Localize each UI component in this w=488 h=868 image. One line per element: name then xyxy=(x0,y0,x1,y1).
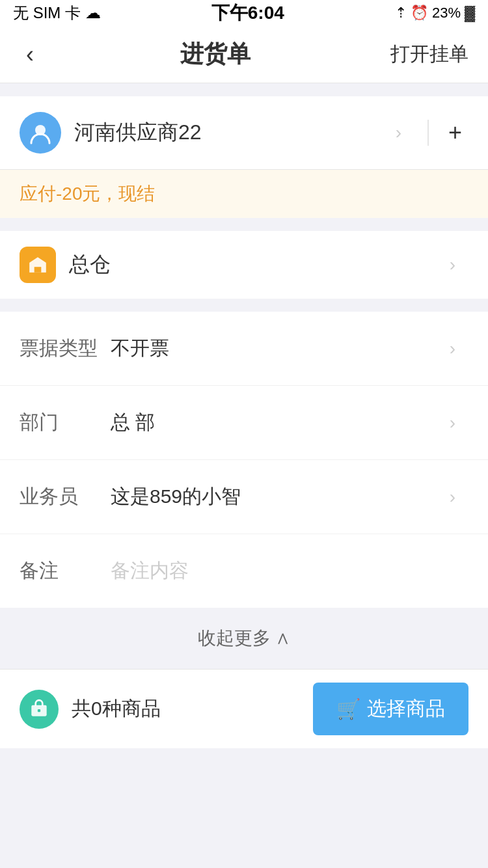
select-product-label: 选择商品 xyxy=(367,696,445,722)
nav-bar: ‹ 进货单 打开挂单 xyxy=(0,26,488,83)
supplier-card: 河南供应商22 › + 应付-20元，现结 xyxy=(0,96,488,218)
status-bar: 无 SIM 卡 ☁ 下午6:04 ⇡ ⏰ 23% ▓ xyxy=(0,0,488,26)
remark-row[interactable]: 备注 备注内容 xyxy=(0,534,488,608)
alarm-icon: ⏰ xyxy=(411,5,428,21)
supplier-divider xyxy=(427,120,429,146)
warehouse-chevron-icon: › xyxy=(450,254,455,275)
warehouse-row[interactable]: 总仓 › xyxy=(0,231,488,299)
product-icon xyxy=(20,690,59,729)
salesman-label: 业务员 xyxy=(20,483,111,510)
department-value: 总 部 xyxy=(111,409,450,436)
svg-rect-3 xyxy=(38,709,40,712)
supplier-avatar xyxy=(20,112,61,154)
product-count: 共0种商品 xyxy=(72,696,313,722)
supplier-chevron-icon: › xyxy=(396,122,401,143)
supplier-name: 河南供应商22 xyxy=(74,118,396,147)
status-right: ⇡ ⏰ 23% ▓ xyxy=(395,5,475,21)
warehouse-icon xyxy=(20,247,56,283)
battery-icon: ⇡ xyxy=(395,5,407,21)
supplier-row[interactable]: 河南供应商22 › + xyxy=(0,96,488,170)
remark-label: 备注 xyxy=(20,558,111,584)
department-row[interactable]: 部门 总 部 › xyxy=(0,385,488,459)
collapse-row[interactable]: 收起更多 ∧ xyxy=(0,608,488,669)
open-hang-order-button[interactable]: 打开挂单 xyxy=(390,41,468,68)
warehouse-name: 总仓 xyxy=(69,251,450,279)
back-button[interactable]: ‹ xyxy=(20,34,40,75)
invoice-label: 票据类型 xyxy=(20,335,111,362)
status-left: 无 SIM 卡 ☁ xyxy=(13,3,101,23)
salesman-row[interactable]: 业务员 这是859的小智 › xyxy=(0,459,488,534)
status-time: 下午6:04 xyxy=(211,1,284,25)
invoice-value: 不开票 xyxy=(111,335,450,362)
select-product-button[interactable]: 🛒 选择商品 xyxy=(313,683,468,735)
page-background xyxy=(0,748,488,868)
salesman-chevron-icon: › xyxy=(450,487,455,508)
svg-rect-1 xyxy=(34,267,42,273)
form-card: 票据类型 不开票 › 部门 总 部 › 业务员 这是859的小智 › 备注 备注… xyxy=(0,312,488,608)
mid-gap-2 xyxy=(0,299,488,312)
battery-bar: ▓ xyxy=(465,5,475,21)
top-gap xyxy=(0,83,488,96)
select-product-icon: 🛒 xyxy=(336,698,360,720)
department-chevron-icon: › xyxy=(450,413,455,433)
collapse-label: 收起更多 ∧ xyxy=(198,626,291,651)
invoice-chevron-icon: › xyxy=(450,338,455,359)
mid-gap-1 xyxy=(0,218,488,231)
add-supplier-button[interactable]: + xyxy=(442,119,468,146)
remark-input[interactable]: 备注内容 xyxy=(111,558,468,584)
bottom-bar: 共0种商品 🛒 选择商品 xyxy=(0,669,488,748)
notice-bar: 应付-20元，现结 xyxy=(0,170,488,218)
battery-level: 23% xyxy=(432,5,461,21)
page-title: 进货单 xyxy=(180,38,251,70)
salesman-value: 这是859的小智 xyxy=(111,483,450,510)
department-label: 部门 xyxy=(20,409,111,436)
invoice-row[interactable]: 票据类型 不开票 › xyxy=(0,312,488,385)
sim-status: 无 SIM 卡 ☁ xyxy=(13,3,101,23)
